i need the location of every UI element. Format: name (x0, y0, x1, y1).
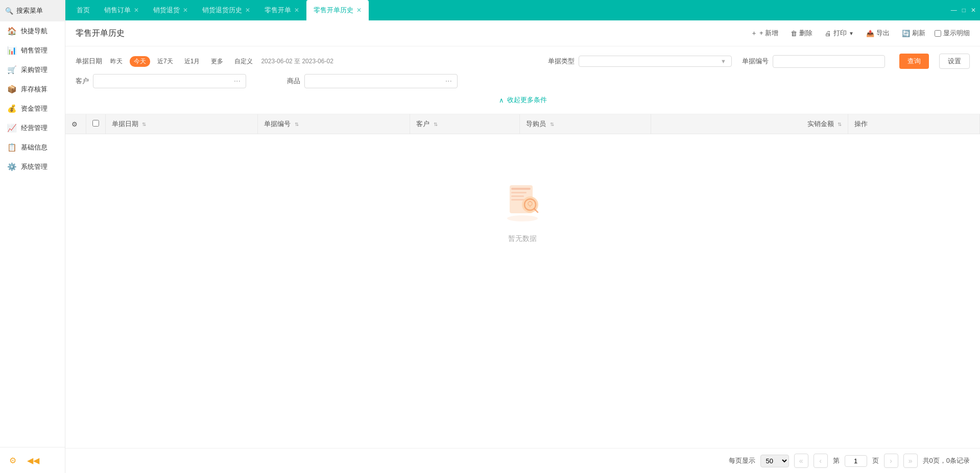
th-setting[interactable]: ⚙ (65, 114, 86, 134)
sidebar-item-operations[interactable]: 📈经营管理 (0, 118, 65, 138)
empty-state: 暂无数据 (65, 134, 980, 284)
sidebar-icon-basic-info: 📋 (7, 143, 17, 152)
settings-button[interactable]: 设置 (939, 54, 970, 69)
prev-page-btn[interactable]: ‹ (814, 454, 828, 468)
date-option-昨天[interactable]: 昨天 (106, 56, 127, 67)
page-title: 零售开单历史 (76, 28, 748, 39)
sidebar-label-purchase-mgmt: 采购管理 (21, 65, 47, 74)
page-size-select[interactable]: 50 10 20 100 (760, 455, 789, 467)
svg-rect-3 (511, 192, 527, 193)
minimize-btn[interactable]: — (951, 7, 957, 14)
collapse-bar[interactable]: ∧ 收起更多条件 (76, 93, 970, 107)
delete-button[interactable]: 🗑 删除 (787, 27, 816, 40)
tab-close-retail-open-history[interactable]: ✕ (356, 7, 362, 14)
th-customer[interactable]: 客户 ⇅ (410, 114, 520, 134)
table-header: ⚙ 单据日期 ⇅ 单据编号 ⇅ 客户 (65, 114, 980, 134)
delete-icon: 🗑 (791, 30, 797, 37)
tab-sales-return-history[interactable]: 销货退货历史✕ (195, 0, 257, 20)
sidebar-item-sales-mgmt[interactable]: 📊销售管理 (0, 41, 65, 60)
th-checkbox[interactable] (86, 114, 105, 134)
sidebar-icon-sales-mgmt: 📊 (7, 46, 17, 55)
select-all-checkbox[interactable] (92, 120, 99, 127)
table-header-row: ⚙ 单据日期 ⇅ 单据编号 ⇅ 客户 (65, 114, 980, 134)
page-unit: 页 (872, 456, 879, 465)
pagination-bar: 每页显示 50 10 20 100 « ‹ 第 页 › » 共0页，0条记录 (65, 448, 980, 473)
last-page-btn[interactable]: » (903, 454, 918, 468)
query-button[interactable]: 查询 (899, 54, 929, 69)
tab-label-home: 首页 (77, 6, 90, 15)
customer-filter: 客户 ··· (76, 74, 246, 88)
tab-retail-open-history[interactable]: 零售开单历史✕ (306, 0, 369, 20)
show-detail-input[interactable] (935, 30, 941, 37)
chevron-up-icon: ∧ (499, 96, 504, 104)
th-salesperson[interactable]: 导购员 ⇅ (520, 114, 651, 134)
date-filter: 单据日期 昨天今天近7天近1月更多自定义 2023-06-02 至 2023-0… (76, 56, 333, 67)
sidebar-label-operations: 经营管理 (21, 123, 47, 133)
tab-close-sales-return-history[interactable]: ✕ (245, 7, 250, 14)
sidebar-icon-inventory: 📦 (7, 85, 17, 94)
sidebar-item-purchase-mgmt[interactable]: 🛒采购管理 (0, 60, 65, 80)
sidebar-label-quick-nav: 快捷导航 (21, 27, 47, 36)
tab-close-sales-order[interactable]: ✕ (134, 7, 139, 14)
date-filter-label: 单据日期 (76, 57, 102, 66)
refresh-button[interactable]: 🔄 刷新 (899, 27, 928, 40)
date-option-今天[interactable]: 今天 (130, 56, 150, 67)
empty-text: 暂无数据 (508, 234, 537, 243)
show-detail-checkbox[interactable]: 显示明细 (935, 29, 970, 38)
date-option-自定义[interactable]: 自定义 (230, 56, 257, 67)
page-size-label: 每页显示 (729, 456, 755, 465)
sidebar-label-sales-mgmt: 销售管理 (21, 46, 47, 55)
refresh-label: 刷新 (912, 29, 925, 38)
print-icon: 🖨 (825, 30, 831, 37)
customer-input-wrap[interactable]: ··· (93, 74, 246, 88)
sidebar-item-inventory[interactable]: 📦库存核算 (0, 80, 65, 99)
tab-sales-order[interactable]: 销售订单✕ (97, 0, 146, 20)
tab-sales-return[interactable]: 销货退货✕ (146, 0, 195, 20)
doc-type-select[interactable]: ▼ (579, 56, 732, 67)
total-records: 共0页，0条记录 (923, 456, 970, 465)
tab-label-sales-return-history: 销货退货历史 (202, 6, 242, 15)
first-page-btn[interactable]: « (794, 454, 808, 468)
print-chevron-icon: ▼ (849, 31, 854, 36)
sidebar-item-system[interactable]: ⚙️系统管理 (0, 157, 65, 177)
tab-label-retail-open: 零售开单 (265, 6, 291, 15)
th-amount[interactable]: 实销金额 ⇅ (651, 114, 848, 134)
export-icon: 📤 (866, 30, 874, 37)
date-option-近7天[interactable]: 近7天 (153, 56, 177, 67)
export-label: 导出 (876, 29, 890, 38)
maximize-btn[interactable]: □ (962, 7, 966, 14)
table-body: 暂无数据 (65, 134, 980, 285)
add-button[interactable]: ＋ + 新增 (748, 27, 781, 40)
content-area: 零售开单历史 ＋ + 新增 🗑 删除 🖨 打印 ▼ 📤 导出 (65, 20, 980, 473)
print-button[interactable]: 🖨 打印 ▼ (822, 27, 857, 40)
settings-gear-btn[interactable]: ⚙ (5, 453, 20, 468)
export-button[interactable]: 📤 导出 (863, 27, 893, 40)
tab-home[interactable]: 首页 (69, 0, 97, 20)
customer-dots-icon: ··· (234, 77, 241, 86)
delete-label: 删除 (799, 29, 812, 38)
date-option-更多[interactable]: 更多 (207, 56, 227, 67)
page-number-input[interactable] (845, 455, 867, 467)
th-date[interactable]: 单据日期 ⇅ (105, 114, 257, 134)
tab-retail-open[interactable]: 零售开单✕ (257, 0, 306, 20)
sidebar-menu: 🏠快捷导航📊销售管理🛒采购管理📦库存核算💰资金管理📈经营管理📋基础信息⚙️系统管… (0, 21, 65, 447)
sidebar-label-finance: 资金管理 (21, 104, 47, 113)
doc-type-label: 单据类型 (548, 57, 575, 66)
date-option-近1月[interactable]: 近1月 (180, 56, 204, 67)
sidebar-item-quick-nav[interactable]: 🏠快捷导航 (0, 21, 65, 41)
sidebar-search[interactable]: 🔍 搜索菜单 (0, 0, 65, 21)
next-page-btn[interactable]: › (884, 454, 898, 468)
sidebar-search-label: 搜索菜单 (16, 6, 43, 15)
filter-row-1: 单据日期 昨天今天近7天近1月更多自定义 2023-06-02 至 2023-0… (76, 54, 970, 69)
goods-input-wrap[interactable]: ··· (304, 74, 458, 88)
sidebar-item-finance[interactable]: 💰资金管理 (0, 99, 65, 118)
th-doc-no[interactable]: 单据编号 ⇅ (257, 114, 410, 134)
tab-close-sales-return[interactable]: ✕ (183, 7, 188, 14)
close-btn[interactable]: ✕ (971, 7, 976, 14)
collapse-sidebar-btn[interactable]: ◀◀ (26, 453, 41, 468)
goods-dots-icon: ··· (445, 77, 452, 86)
doc-no-input[interactable] (773, 55, 885, 68)
sidebar-item-basic-info[interactable]: 📋基础信息 (0, 138, 65, 157)
tab-close-retail-open[interactable]: ✕ (294, 7, 299, 14)
tab-label-sales-return: 销货退货 (153, 6, 180, 15)
